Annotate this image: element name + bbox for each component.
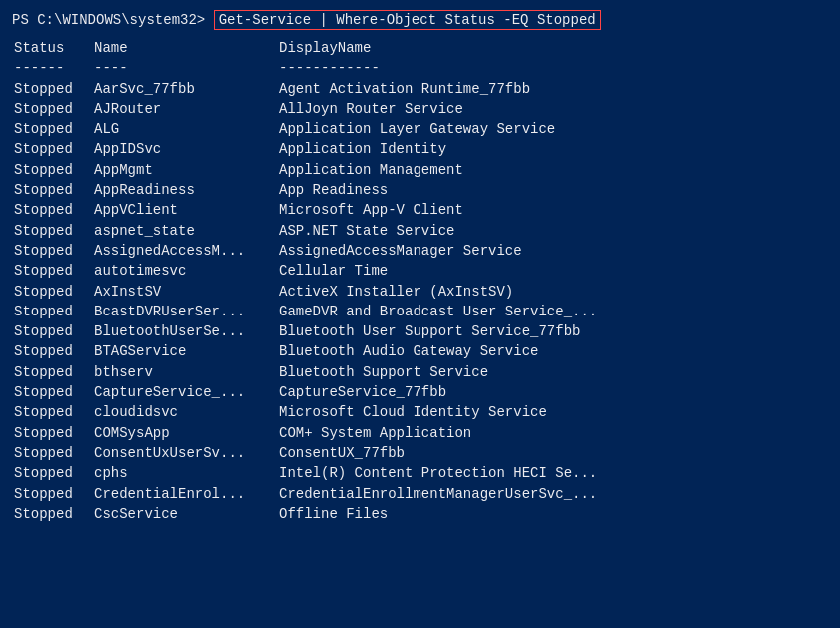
output-table: Status Name DisplayName ------ ---- ----…: [12, 38, 828, 524]
cell-display: CredentialEnrollmentManagerUserSvc_...: [277, 484, 828, 504]
cell-status: Stopped: [12, 139, 92, 159]
sep-status: ------: [12, 58, 92, 78]
cell-name: AxInstSV: [92, 282, 277, 302]
cell-status: Stopped: [12, 302, 92, 321]
cell-display: Agent Activation Runtime_77fbb: [277, 79, 828, 99]
cell-name: AppIDSvc: [92, 139, 277, 159]
cell-status: Stopped: [12, 119, 92, 139]
cell-name: ConsentUxUserSv...: [92, 443, 277, 463]
cell-name: AarSvc_77fbb: [92, 79, 277, 99]
cell-display: CaptureService_77fbb: [277, 382, 828, 402]
table-row: StoppedCOMSysAppCOM+ System Application: [12, 423, 828, 443]
cell-display: Cellular Time: [277, 261, 828, 281]
cell-name: BluetoothUserSe...: [92, 321, 277, 341]
cell-status: Stopped: [12, 423, 92, 443]
table-row: StoppedCredentialEnrol...CredentialEnrol…: [12, 484, 828, 504]
table-row: StoppedbthservBluetooth Support Service: [12, 362, 828, 382]
cell-display: Microsoft Cloud Identity Service: [277, 402, 828, 422]
cell-name: cloudidsvc: [92, 402, 277, 422]
data-rows: StoppedAarSvc_77fbbAgent Activation Runt…: [12, 79, 828, 525]
table-row: StoppedAppMgmtApplication Management: [12, 160, 828, 180]
cell-display: Application Identity: [277, 139, 828, 159]
separator-row: ------ ---- ------------: [12, 58, 828, 78]
col-header-status: Status: [12, 38, 92, 58]
cell-name: AppReadiness: [92, 180, 277, 200]
cell-name: CredentialEnrol...: [92, 484, 277, 504]
cell-display: ActiveX Installer (AxInstSV): [277, 282, 828, 302]
cell-status: Stopped: [12, 221, 92, 241]
cell-status: Stopped: [12, 402, 92, 422]
table-row: StoppedcloudidsvcMicrosoft Cloud Identit…: [12, 402, 828, 422]
cell-status: Stopped: [12, 504, 92, 524]
cell-display: GameDVR and Broadcast User Service_...: [277, 302, 828, 321]
cell-name: CscService: [92, 504, 277, 524]
cell-display: ASP.NET State Service: [277, 221, 828, 241]
cell-name: cphs: [92, 463, 277, 483]
cell-name: AppVClient: [92, 200, 277, 220]
col-header-name: Name: [92, 38, 277, 58]
cell-display: ConsentUX_77fbb: [277, 443, 828, 463]
cell-status: Stopped: [12, 282, 92, 302]
cell-name: autotimesvc: [92, 261, 277, 281]
cell-status: Stopped: [12, 160, 92, 180]
table-row: StoppedAssignedAccessM...AssignedAccessM…: [12, 241, 828, 261]
cell-status: Stopped: [12, 180, 92, 200]
table-row: StoppedBTAGServiceBluetooth Audio Gatewa…: [12, 341, 828, 361]
cell-name: bthserv: [92, 362, 277, 382]
table-row: StoppedAppIDSvcApplication Identity: [12, 139, 828, 159]
cell-display: AssignedAccessManager Service: [277, 241, 828, 261]
sep-display: ------------: [277, 58, 828, 78]
cell-name: BTAGService: [92, 341, 277, 361]
cell-status: Stopped: [12, 362, 92, 382]
table-row: StoppedBcastDVRUserSer...GameDVR and Bro…: [12, 302, 828, 321]
table-row: StoppedAppVClientMicrosoft App-V Client: [12, 200, 828, 220]
cell-name: CaptureService_...: [92, 382, 277, 402]
cell-status: Stopped: [12, 443, 92, 463]
prompt-line: PS C:\WINDOWS\system32> Get-Service | Wh…: [12, 10, 828, 30]
cell-display: App Readiness: [277, 180, 828, 200]
cell-status: Stopped: [12, 484, 92, 504]
sep-name: ----: [92, 58, 277, 78]
cell-display: Offline Files: [277, 504, 828, 524]
table-row: Stoppedaspnet_stateASP.NET State Service: [12, 221, 828, 241]
cell-status: Stopped: [12, 341, 92, 361]
table-row: StoppedcphsIntel(R) Content Protection H…: [12, 463, 828, 483]
cell-status: Stopped: [12, 382, 92, 402]
cell-name: ALG: [92, 119, 277, 139]
cell-name: AssignedAccessM...: [92, 241, 277, 261]
cell-display: Microsoft App-V Client: [277, 200, 828, 220]
cell-status: Stopped: [12, 99, 92, 119]
cell-display: Application Layer Gateway Service: [277, 119, 828, 139]
table-row: StoppedALGApplication Layer Gateway Serv…: [12, 119, 828, 139]
cell-name: AJRouter: [92, 99, 277, 119]
cell-name: BcastDVRUserSer...: [92, 302, 277, 321]
cell-status: Stopped: [12, 321, 92, 341]
cell-status: Stopped: [12, 200, 92, 220]
cell-display: Bluetooth Support Service: [277, 362, 828, 382]
table-row: StoppedAppReadinessApp Readiness: [12, 180, 828, 200]
command-box: Get-Service | Where-Object Status -EQ St…: [214, 10, 601, 30]
table-row: StoppedBluetoothUserSe...Bluetooth User …: [12, 321, 828, 341]
cell-status: Stopped: [12, 241, 92, 261]
table-row: StoppedCscServiceOffline Files: [12, 504, 828, 524]
cell-status: Stopped: [12, 463, 92, 483]
table-row: StoppedAxInstSVActiveX Installer (AxInst…: [12, 282, 828, 302]
table-row: StoppedConsentUxUserSv...ConsentUX_77fbb: [12, 443, 828, 463]
header-row: Status Name DisplayName: [12, 38, 828, 58]
table-row: StoppedAJRouterAllJoyn Router Service: [12, 99, 828, 119]
cell-status: Stopped: [12, 79, 92, 99]
table-row: StoppedautotimesvcCellular Time: [12, 261, 828, 281]
table-row: StoppedCaptureService_...CaptureService_…: [12, 382, 828, 402]
cell-display: AllJoyn Router Service: [277, 99, 828, 119]
cell-display: Intel(R) Content Protection HECI Se...: [277, 463, 828, 483]
cell-display: Application Management: [277, 160, 828, 180]
cell-display: Bluetooth Audio Gateway Service: [277, 341, 828, 361]
cell-status: Stopped: [12, 261, 92, 281]
cell-name: COMSysApp: [92, 423, 277, 443]
col-header-display: DisplayName: [277, 38, 828, 58]
prompt-text: PS C:\WINDOWS\system32>: [12, 12, 214, 28]
cell-name: aspnet_state: [92, 221, 277, 241]
cell-name: AppMgmt: [92, 160, 277, 180]
cell-display: COM+ System Application: [277, 423, 828, 443]
cell-display: Bluetooth User Support Service_77fbb: [277, 321, 828, 341]
